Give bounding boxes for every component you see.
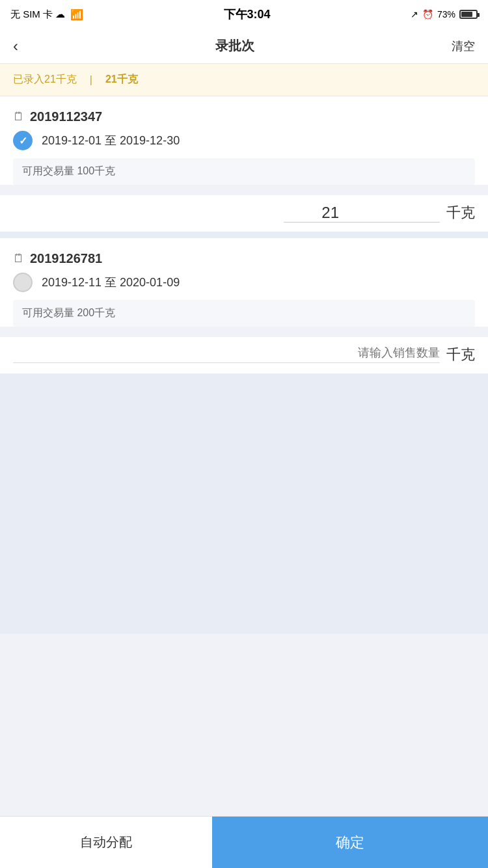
batch2-header: 🗒 2019126781 [13, 251, 475, 266]
batch1-radio[interactable]: ✓ [13, 131, 33, 150]
nav-bar: ‹ 录批次 清空 [0, 29, 488, 64]
alarm-icon: ⏰ [422, 9, 433, 20]
confirm-button[interactable]: 确定 [212, 817, 488, 868]
banner-divider: | [90, 74, 92, 86]
batch1-header: 🗒 2019112347 [13, 109, 475, 124]
section-divider [0, 232, 488, 238]
wifi-icon: 📶 [70, 8, 83, 21]
battery-percent: 73% [437, 9, 455, 20]
batch1-qty-input[interactable]: 21 [284, 204, 349, 222]
batch1-qty-row: 21 千克 [0, 195, 488, 232]
empty-area [0, 373, 488, 634]
back-button[interactable]: ‹ [13, 37, 18, 55]
batch2-id: 2019126781 [30, 251, 102, 266]
sim-label: 无 SIM 卡 ☁ [10, 8, 65, 21]
status-left: 无 SIM 卡 ☁ 📶 [10, 8, 83, 21]
info-banner: 已录入21千克 | 21千克 [0, 64, 488, 96]
batch2-card: 🗒 2019126781 2019-12-11 至 2020-01-09 可用交… [0, 238, 488, 327]
auto-distribute-button[interactable]: 自动分配 [0, 817, 212, 868]
status-time: 下午3:04 [224, 7, 271, 22]
bottom-bar: 自动分配 确定 [0, 816, 488, 868]
batch2-date: 2019-12-11 至 2020-01-09 [42, 275, 180, 290]
qty-underline1: 21 [284, 204, 440, 223]
batch2-icon: 🗒 [13, 252, 25, 265]
page-title: 录批次 [215, 37, 254, 55]
status-right: ↗ ⏰ 73% [411, 9, 478, 20]
batch2-qty-input[interactable] [310, 346, 440, 360]
location-icon: ↗ [411, 9, 418, 20]
batch2-qty-row: 千克 [0, 337, 488, 373]
status-bar: 无 SIM 卡 ☁ 📶 下午3:04 ↗ ⏰ 73% [0, 0, 488, 29]
batch2-unit: 千克 [446, 345, 475, 364]
checkmark-icon: ✓ [19, 135, 27, 147]
batch1-date: 2019-12-01 至 2019-12-30 [42, 133, 180, 148]
batch1-available: 可用交易量 100千克 [13, 158, 475, 185]
recorded-label: 已录入21千克 [13, 73, 77, 87]
clear-button[interactable]: 清空 [452, 38, 475, 54]
batch2-row: 2019-12-11 至 2020-01-09 [13, 273, 475, 292]
batch2-radio[interactable] [13, 273, 33, 292]
qty-underline2 [13, 346, 440, 363]
batch1-id: 2019112347 [30, 109, 102, 124]
batch2-available: 可用交易量 200千克 [13, 300, 475, 327]
batch1-unit: 千克 [446, 203, 475, 223]
batch1-icon: 🗒 [13, 110, 25, 124]
batch1-card: 🗒 2019112347 ✓ 2019-12-01 至 2019-12-30 可… [0, 96, 488, 185]
battery-icon [459, 10, 478, 19]
recorded-value: 21千克 [105, 73, 138, 87]
batch1-row: ✓ 2019-12-01 至 2019-12-30 [13, 131, 475, 150]
